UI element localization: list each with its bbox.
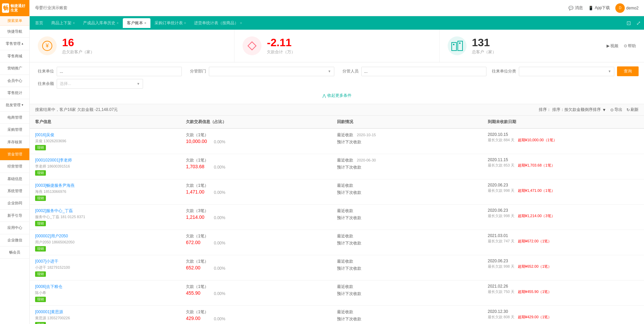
svg-rect-6 <box>459 42 460 44</box>
stat-card-debt-amount: -2.11 欠款合计（万） <box>234 30 439 62</box>
manager-input-dots: ... <box>364 69 368 74</box>
refresh-button[interactable]: ↻ 刷新 <box>626 107 639 113</box>
customer-name-link[interactable]: [0016]吴俊 <box>35 132 54 137</box>
customer-name-link[interactable]: [0001020001]李老师 <box>35 158 72 163</box>
overdue-link[interactable]: 超期¥455.90（1笔） <box>518 290 552 294</box>
sidebar-item-member-center[interactable]: 会员中心 <box>0 75 29 87</box>
customer-tag: 现销 <box>35 145 46 150</box>
sidebar-search-menu[interactable]: 搜索菜单 <box>0 16 29 26</box>
due-date: 2020.10.15 <box>488 132 639 137</box>
sidebar-item-ecommerce[interactable]: 电商管理 <box>0 112 29 124</box>
sidebar-item-enterprise-collab[interactable]: 企业协同 <box>0 197 29 209</box>
sort-value: 排序：按欠款金额倒序排序 <box>552 107 601 113</box>
tab-close-icon[interactable]: × <box>117 21 119 25</box>
tab-close-icon[interactable]: × <box>144 21 146 25</box>
supplier-type-select[interactable]: ▼ <box>519 67 614 76</box>
sidebar-item-retail-mall[interactable]: 零售商城 <box>0 50 29 62</box>
due-date-cell: 2021.02.26 最长欠款 750 天 超期¥455.90（1笔） <box>488 284 639 294</box>
sidebar-item-marketing[interactable]: 营销推广 <box>0 62 29 75</box>
overdue-link[interactable]: 超期¥1,471.00（1笔） <box>518 188 555 193</box>
collapse-filter-button[interactable]: ⋀ 收起更多条件 <box>35 91 639 100</box>
minimize-icon[interactable]: ⊡ <box>624 19 633 27</box>
tab-close-icon[interactable]: × <box>184 21 186 25</box>
message-button[interactable]: 💬 消息 <box>568 5 583 11</box>
collection-cell: 最近收款 预计下次收款 <box>337 233 488 246</box>
tab-produce-history[interactable]: 产成品入库单历史 × <box>79 18 123 28</box>
tab-close-icon[interactable]: × <box>73 21 75 25</box>
debt-amount: 10,000.00 <box>186 139 208 144</box>
main-panel: 母婴行业演示账套 💬 消息 📱 App下载 D demo2 首页 商品上下架 × <box>30 0 644 324</box>
search-button[interactable]: 查询 <box>617 66 639 76</box>
customer-name-link[interactable]: [000001]黄思源 <box>35 310 63 314</box>
sidebar-item-warehouse[interactable]: 库存核算 <box>0 136 29 148</box>
due-date-cell: 2020.11.15 最长欠款 853 天 超期¥1,703.68（1笔） <box>488 157 639 168</box>
due-date-cell: 2020.12.30 最长欠款 808 天 超期¥429.00（1笔） <box>488 309 639 320</box>
tab-home[interactable]: 首页 <box>31 18 47 28</box>
customer-sub: 黄思源 13552700226 <box>35 316 186 321</box>
last-collection-label: 最近收款 <box>337 259 353 264</box>
sidebar-item-capital[interactable]: 资金管理 <box>0 148 29 160</box>
overdue-link[interactable]: 超期¥429.00（1笔） <box>518 315 552 319</box>
debt-percent: 0.00% <box>214 241 225 245</box>
next-collection-label: 预计下次收款 <box>337 140 361 144</box>
sidebar-item-purchase[interactable]: 采购管理 <box>0 124 29 136</box>
debt-percent: 0.00% <box>214 165 225 170</box>
tab-customer-account[interactable]: 客户账本 × <box>123 18 150 28</box>
balance-select[interactable]: 选择... ▼ <box>57 79 143 89</box>
customer-name-link[interactable]: [0002]服务中心_丁磊 <box>35 208 73 213</box>
customer-name-link[interactable]: [0003]畅捷服务尹海燕 <box>35 183 75 188</box>
sidebar-item-operations[interactable]: 经营管理 <box>0 160 29 173</box>
sidebar-item-new-guide[interactable]: 新手引导 <box>0 210 29 222</box>
last-collection-label: 最近收款 <box>337 183 353 188</box>
customer-name-link[interactable]: [000002]用户2050 <box>35 234 68 238</box>
overdue-link[interactable]: 超期¥1,703.68（1笔） <box>518 163 555 167</box>
overdue-link[interactable]: 超期¥10,000.00（1笔） <box>518 138 557 142</box>
sidebar-item-system[interactable]: 系统管理 <box>0 185 29 197</box>
sidebar-item-pro-member[interactable]: 畅会员 <box>0 246 29 259</box>
overdue-link[interactable]: 超期¥1,214.00（3笔） <box>518 214 555 218</box>
overdue-link[interactable]: 超期¥672.00（1笔） <box>518 239 552 243</box>
tab-close-icon[interactable]: × <box>240 21 242 25</box>
tab-purchase-order[interactable]: 采购订单统计表 × <box>150 18 190 28</box>
due-date-cell: 2020.10.15 最长欠款 884 天 超期¥10,000.00（1笔） <box>488 132 639 143</box>
tab-product-manage[interactable]: 商品上下架 × <box>47 18 79 28</box>
supplier-input[interactable]: ... <box>57 67 182 76</box>
sort-selector[interactable]: 排序： 排序：按欠款金额倒序排序 ▼ <box>539 107 606 113</box>
maximize-icon[interactable]: ⤢ <box>634 19 643 27</box>
customer-info-cell: [0006]去下粮仓 陈小希 现销 <box>35 284 186 302</box>
customer-name-link[interactable]: [0006]去下粮仓 <box>35 284 62 289</box>
col-header-due: 到期未收款日期 <box>488 119 639 125</box>
filter-area: 往来单位 ... 分管部门 ▼ 分管人员 ... <box>30 62 644 104</box>
tab-import-stats[interactable]: 进货单统计表（按商品） × <box>190 18 246 28</box>
total-customers-label: 总客户（家） <box>472 49 601 55</box>
app-download-button[interactable]: 📱 App下载 <box>588 5 610 11</box>
customer-name-link[interactable]: [0007]小进干 <box>35 259 58 264</box>
filter-dept: 分管部门 ▼ <box>187 67 334 76</box>
overdue-days: 最长欠款 998 天 <box>488 188 514 193</box>
svg-rect-5 <box>453 44 454 45</box>
sidebar-item-enterprise-wechat[interactable]: 企业微信 <box>0 234 29 246</box>
sidebar-item-app-center[interactable]: 应用中心 <box>0 222 29 234</box>
video-link[interactable]: ▶ 视频 <box>607 43 618 49</box>
customer-sub: 用户2050 18665062050 <box>35 240 186 245</box>
sidebar-item-quick-nav[interactable]: 快捷导航 <box>0 26 29 38</box>
customer-info-cell: [000002]用户2050 用户2050 18665062050 现销 <box>35 233 186 252</box>
table-wrapper: 客户信息 欠款交易信息（占比） 回款情况 到期未收款日期 [0016]吴俊 吴俊… <box>30 116 644 324</box>
tabbar-actions: ⊡ ⤢ <box>624 19 643 27</box>
export-button[interactable]: ⊙ 导出 <box>610 107 622 113</box>
collapse-icon: ⋀ <box>323 93 326 98</box>
help-link[interactable]: ⊙ 帮助 <box>624 43 636 49</box>
user-profile[interactable]: D demo2 <box>615 3 639 13</box>
debt-amount: 1,214.00 <box>186 214 208 220</box>
dept-select[interactable]: ▼ <box>209 67 334 76</box>
filter-supplier-label: 往来单位 <box>35 68 54 74</box>
sidebar-item-retail-manage[interactable]: 零售管理 ▲ <box>0 38 29 50</box>
sidebar-item-basic-info[interactable]: 基础信息 <box>0 173 29 185</box>
sidebar-item-retail-stats[interactable]: 零售统计 <box>0 87 29 99</box>
debt-amount: 652.00 <box>186 265 208 270</box>
manager-input[interactable]: ... <box>361 67 486 76</box>
overdue-days: 最长欠款 747 天 <box>488 239 514 243</box>
filter-balance: 往来余额 选择... ▼ <box>35 79 143 89</box>
sidebar-item-batch-manage[interactable]: 批发管理 ▼ <box>0 99 29 111</box>
overdue-link[interactable]: 超期¥652.00（1笔） <box>518 264 552 268</box>
